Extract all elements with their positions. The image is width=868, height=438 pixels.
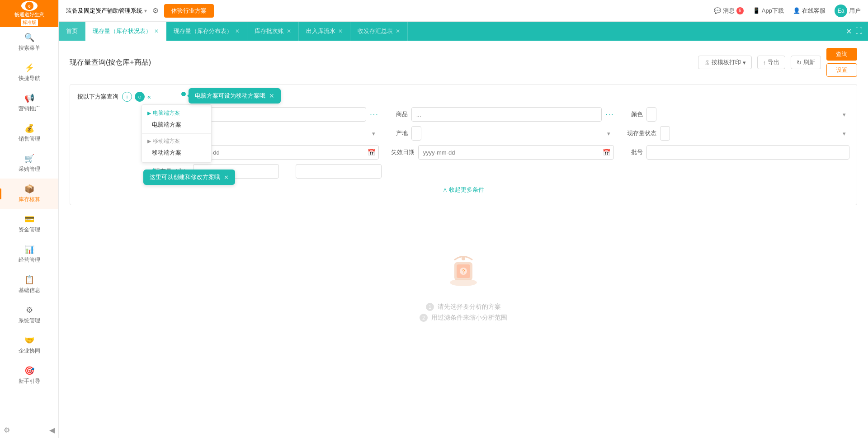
expiry-date-input[interactable] bbox=[418, 145, 614, 160]
sidebar-item-basicinfo[interactable]: 📋 基础信息 bbox=[0, 269, 58, 300]
sidebar-item-label: 基础信息 bbox=[19, 287, 40, 294]
tab-recv-summary-label: 收发存汇总表 bbox=[358, 27, 393, 35]
sidebar-item-marketing[interactable]: 📢 营销推广 bbox=[0, 88, 58, 118]
sidebar-item-enterprise[interactable]: 🤝 企业协同 bbox=[0, 330, 58, 360]
scheme-tooltip: 电脑方案可设为移动方案哦 ✕ bbox=[189, 88, 281, 104]
top-header: 装备及固定资产辅助管理系统 ▾ ⚙ 体验行业方案 💬 消息 6 📱 App下载 … bbox=[59, 0, 868, 22]
online-support-action[interactable]: 👤 在线客服 bbox=[793, 7, 826, 15]
sidebar-item-management[interactable]: 📊 经营管理 bbox=[0, 239, 58, 269]
filter-row-4: 现存量（主） — bbox=[154, 164, 849, 179]
reset-button[interactable]: 设置 bbox=[826, 63, 857, 77]
sidebar-footer: ⚙ ◀ bbox=[0, 422, 58, 438]
tab-inventory-dist[interactable]: 现存量（库存分布表） ✕ bbox=[166, 22, 247, 41]
filter-section: 按以下方案查询 + ○ « 电脑方案可设为移动方案哦 ✕ ▶ 电脑端方案 bbox=[70, 84, 857, 205]
calendar-icon2[interactable]: 📅 bbox=[603, 149, 610, 156]
tab-bar-actions: ✕ ⛶ bbox=[840, 22, 868, 41]
sidebar-item-label: 新手引导 bbox=[19, 377, 40, 385]
sidebar-item-sales[interactable]: 💰 销售管理 bbox=[0, 118, 58, 148]
scheme-tooltip-text: 电脑方案可设为移动方案哦 bbox=[195, 92, 265, 100]
filter-label: 按以下方案查询 bbox=[77, 93, 118, 101]
print-label: 按模板打印 bbox=[712, 58, 741, 66]
calendar-icon[interactable]: 📅 bbox=[368, 149, 375, 156]
sidebar-settings-icon[interactable]: ⚙ bbox=[4, 426, 10, 434]
refresh-button[interactable]: ↻ 刷新 bbox=[791, 56, 821, 69]
header-settings-icon[interactable]: ⚙ bbox=[152, 6, 159, 15]
svg-text:6: 6 bbox=[28, 4, 30, 9]
tab-recv-summary[interactable]: 收发存汇总表 ✕ bbox=[350, 22, 408, 41]
tab-inventory-dist-label: 现存量（库存分布表） bbox=[174, 27, 232, 35]
tab-close-icon[interactable]: ✕ bbox=[154, 28, 159, 34]
mobile-scheme-item[interactable]: 移动端方案 bbox=[142, 146, 211, 160]
empty-hint2: 2 用过滤条件来缩小分析范围 bbox=[420, 314, 507, 322]
logo-icon: 6 bbox=[21, 1, 38, 11]
user-action[interactable]: Ea 用户 bbox=[835, 5, 861, 17]
inventory-icon: 📦 bbox=[24, 184, 34, 194]
search-button[interactable]: 查询 bbox=[826, 48, 857, 61]
create-scheme-text: 这里可以创建和修改方案哦 bbox=[150, 173, 220, 181]
print-button[interactable]: 🖨 按模板打印 ▾ bbox=[698, 56, 752, 69]
tab-expand-icon[interactable]: ⛶ bbox=[855, 27, 863, 35]
user-label: 用户 bbox=[849, 7, 861, 15]
page-title: 现存量查询(按仓库+商品) bbox=[70, 58, 151, 67]
tab-close-icon[interactable]: ✕ bbox=[235, 28, 240, 34]
export-icon: ↑ bbox=[763, 59, 766, 66]
filter-row-1: 仓库 ··· 商品 ··· 颜色 bbox=[154, 107, 849, 122]
logo-name: 畅通道好生意 bbox=[14, 12, 44, 18]
tab-home[interactable]: 首页 bbox=[59, 22, 85, 41]
sidebar-item-search[interactable]: 🔍 搜索菜单 bbox=[0, 27, 58, 57]
sidebar-item-quicknav[interactable]: ⚡ 快捷导航 bbox=[0, 57, 58, 88]
edit-scheme-button[interactable]: ○ bbox=[135, 92, 145, 102]
stock-main-end[interactable] bbox=[296, 164, 382, 179]
stock-status-select[interactable] bbox=[660, 126, 670, 141]
filter-product: 商品 ··· bbox=[390, 107, 614, 122]
product-dots[interactable]: ··· bbox=[605, 110, 614, 118]
tab-inout-flow-label: 出入库流水 bbox=[306, 27, 335, 35]
scheme-tooltip-close[interactable]: ✕ bbox=[269, 92, 274, 99]
sidebar-item-system[interactable]: ⚙ 系统管理 bbox=[0, 300, 58, 330]
create-scheme-close[interactable]: ✕ bbox=[224, 174, 229, 181]
notification-action[interactable]: 💬 消息 6 bbox=[714, 7, 744, 15]
tab-close-icon[interactable]: ✕ bbox=[338, 28, 343, 34]
tab-inout-flow[interactable]: 出入库流水 ✕ bbox=[299, 22, 350, 41]
tab-inventory-batch[interactable]: 库存批次账 ✕ bbox=[247, 22, 299, 41]
tab-close-all-icon[interactable]: ✕ bbox=[846, 27, 852, 36]
empty-icon: ? bbox=[441, 249, 486, 294]
filter-expiry-date: 失效日期 📅 bbox=[390, 145, 614, 160]
product-input[interactable] bbox=[411, 107, 602, 122]
origin-select[interactable] bbox=[411, 126, 421, 141]
experience-button[interactable]: 体验行业方案 bbox=[164, 4, 214, 18]
sidebar-item-purchase[interactable]: 🛒 采购管理 bbox=[0, 148, 58, 179]
marketing-icon: 📢 bbox=[24, 93, 34, 103]
filter-actions: + ○ « bbox=[122, 92, 151, 102]
filter-row-2: 尺码 产地 现存量状态 bbox=[154, 126, 849, 141]
scheme-arrow-icon[interactable]: « bbox=[147, 93, 151, 100]
sales-icon: 💰 bbox=[24, 123, 34, 133]
avatar: Ea bbox=[835, 5, 847, 17]
color-select[interactable] bbox=[646, 107, 656, 122]
sidebar-item-inventory[interactable]: 📦 库存核算 bbox=[0, 179, 58, 209]
connector-dot bbox=[181, 92, 186, 96]
export-label: 导出 bbox=[768, 58, 779, 66]
sidebar-item-label: 采购管理 bbox=[19, 165, 40, 173]
message-icon: 💬 bbox=[714, 7, 721, 14]
tab-close-icon[interactable]: ✕ bbox=[396, 28, 400, 34]
pc-scheme-item[interactable]: 电脑端方案 bbox=[142, 118, 211, 132]
warehouse-dots[interactable]: ··· bbox=[370, 110, 378, 118]
batch-no-input[interactable] bbox=[646, 145, 849, 160]
svg-text:?: ? bbox=[462, 268, 465, 275]
app-download-action[interactable]: 📱 App下载 bbox=[753, 7, 784, 15]
app-download-label: App下载 bbox=[762, 7, 784, 15]
tab-close-icon[interactable]: ✕ bbox=[287, 28, 291, 34]
chevron-down-icon: ▾ bbox=[144, 8, 147, 14]
production-date-input[interactable] bbox=[183, 145, 379, 160]
header-left: 装备及固定资产辅助管理系统 ▾ ⚙ 体验行业方案 bbox=[66, 4, 214, 18]
tab-inventory-status[interactable]: 现存量（库存状况表） ✕ bbox=[85, 22, 166, 41]
system-name[interactable]: 装备及固定资产辅助管理系统 ▾ bbox=[66, 7, 147, 15]
export-button[interactable]: ↑ 导出 bbox=[757, 56, 786, 69]
sidebar-item-finance[interactable]: 💳 资金管理 bbox=[0, 209, 58, 239]
sidebar-item-guide[interactable]: 🎯 新手引导 bbox=[0, 360, 58, 391]
add-scheme-button[interactable]: + bbox=[122, 92, 132, 102]
tab-inventory-batch-label: 库存批次账 bbox=[255, 27, 284, 35]
printer-icon: 🖨 bbox=[704, 59, 710, 66]
sidebar-collapse-icon[interactable]: ◀ bbox=[49, 426, 55, 434]
